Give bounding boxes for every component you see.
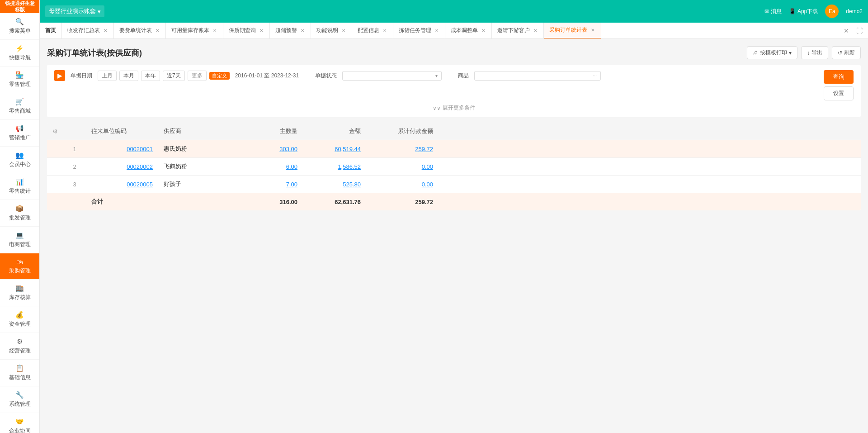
status-select[interactable]: ▾	[342, 71, 442, 81]
query-btn[interactable]: 查询	[824, 70, 854, 84]
shortcut-this-month[interactable]: 本月	[119, 71, 138, 81]
row-paid[interactable]: 259.72	[366, 140, 439, 158]
tab-yyxg[interactable]: 邀请下游客户✕	[492, 23, 544, 39]
sidebar-item-retailstat[interactable]: 📊零售统计	[0, 173, 39, 200]
workspace-dropdown[interactable]: 母婴行业演示账套 ▾	[45, 5, 104, 17]
sidebar-item-operations[interactable]: ⚙经营管理	[0, 333, 39, 360]
tab-bxqcx[interactable]: 保质期查询✕	[223, 23, 270, 39]
tab-label: 首页	[45, 27, 56, 34]
retailmall-icon: 🛒	[15, 98, 24, 106]
tab-close-phgl[interactable]: ✕	[434, 27, 439, 34]
sidebar-item-label: 经营管理	[9, 347, 31, 355]
filter-toggle-btn[interactable]: ▶	[54, 70, 65, 81]
print-label: 按模板打印	[760, 49, 787, 57]
workspace-label: 母婴行业演示账套	[49, 7, 96, 15]
sidebar-item-marketing[interactable]: 📢营销推广	[0, 120, 39, 147]
goods-select[interactable]: ···	[474, 71, 601, 81]
tab-cgddtjb[interactable]: 采购订单统计表✕	[544, 23, 601, 39]
tab-close-cbtz[interactable]: ✕	[481, 27, 486, 34]
sidebar-item-label: 库存核算	[9, 294, 31, 301]
tab-home[interactable]: 首页	[40, 23, 62, 39]
user-name[interactable]: demo2	[846, 8, 863, 14]
print-btn[interactable]: 🖨 按模板打印 ▾	[747, 46, 797, 59]
print-arrow-icon: ▾	[789, 50, 792, 56]
sidebar-item-members[interactable]: 👥会员中心	[0, 147, 39, 173]
sidebar-item-wholesale[interactable]: 📦批发管理	[0, 200, 39, 227]
row-code[interactable]: 00020005	[86, 176, 158, 193]
col-supplier-header: 供应商	[158, 123, 249, 140]
row-paid[interactable]: 0.00	[366, 158, 439, 176]
row-code[interactable]: 00020002	[86, 158, 158, 176]
tab-close-shf[interactable]: ✕	[103, 27, 108, 34]
row-amount[interactable]: 1,586.52	[303, 158, 366, 176]
row-empty	[439, 176, 861, 193]
message-btn[interactable]: ✉ 消息	[764, 8, 782, 15]
shortcut-7days[interactable]: 近7天	[163, 71, 185, 81]
expand-more-btn[interactable]: ∨∨ 展开更多条件	[433, 104, 475, 112]
sidebar-item-label: 会员中心	[9, 161, 31, 168]
tab-close-cgddtjb[interactable]: ✕	[590, 27, 595, 33]
tab-pzxx[interactable]: 配置信息✕	[352, 23, 393, 39]
sidebar-item-finance[interactable]: 💰资金管理	[0, 306, 39, 333]
table-header-row: ⚙ 往来单位编码 供应商 主数量 金额 累计付款金额	[47, 123, 861, 140]
sidebar-item-purchase[interactable]: 🛍采购管理	[0, 253, 39, 280]
sidebar-item-label: 搜索英单	[9, 27, 31, 35]
row-qty[interactable]: 303.00	[249, 140, 303, 158]
tab-cbtz[interactable]: 成本调整单✕	[445, 23, 492, 39]
sidebar-item-quicknav[interactable]: ⚡快捷导航	[0, 40, 39, 67]
row-qty[interactable]: 7.00	[249, 176, 303, 193]
user-avatar[interactable]: Ea	[825, 5, 839, 18]
topbar: 母婴行业演示账套 ▾ ✉ 消息 📱 App下载 Ea demo2	[40, 0, 868, 23]
tab-phgl[interactable]: 拣货任务管理✕	[393, 23, 445, 39]
sidebar-item-system[interactable]: 🔧系统管理	[0, 386, 39, 413]
table-settings-icon[interactable]: ⚙	[52, 128, 58, 135]
row-seq: 2	[63, 158, 86, 176]
col-empty-header	[439, 123, 861, 140]
sidebar-item-ecommerce[interactable]: 💻电商管理	[0, 227, 39, 253]
date-label: 单据日期	[71, 72, 92, 80]
tab-close-bxqcx[interactable]: ✕	[259, 27, 264, 34]
tab-shf[interactable]: 收发存汇总表✕	[62, 23, 114, 39]
tab-close-yghj[interactable]: ✕	[155, 27, 160, 34]
row-qty[interactable]: 6.00	[249, 158, 303, 176]
table-row: 3 00020005 好孩子 7.00 525.80 0.00	[47, 176, 861, 193]
shortcut-more[interactable]: 更多	[188, 71, 207, 81]
close-tab-btn[interactable]: ✕	[842, 26, 851, 35]
app-download-btn[interactable]: 📱 App下载	[789, 8, 818, 15]
tab-close-pzxx[interactable]: ✕	[382, 27, 387, 34]
row-amount[interactable]: 525.80	[303, 176, 366, 193]
settings-btn[interactable]: 设置	[824, 86, 854, 100]
sidebar-item-basic[interactable]: 📋基础信息	[0, 360, 39, 386]
sidebar-logo[interactable]: 畅捷通好生意 标版	[0, 0, 39, 13]
tab-ccy[interactable]: 超储预警✕	[270, 23, 311, 39]
sidebar-item-inventory[interactable]: 🏬库存核算	[0, 280, 39, 306]
tab-label: 收发存汇总表	[67, 27, 100, 34]
tab-close-gnms[interactable]: ✕	[341, 27, 346, 34]
tab-close-kylkzb[interactable]: ✕	[212, 27, 217, 34]
sidebar-item-retail[interactable]: 🏪零售管理	[0, 67, 39, 93]
sidebar-item-retailmall[interactable]: 🛒零售商城	[0, 93, 39, 120]
retail-icon: 🏪	[15, 71, 24, 79]
tab-close-ccy[interactable]: ✕	[300, 27, 305, 34]
sidebar-item-corp[interactable]: 🤝企业协同	[0, 413, 39, 433]
shortcut-last-month[interactable]: 上月	[98, 71, 117, 81]
tab-gnms[interactable]: 功能说明✕	[311, 23, 352, 39]
refresh-btn[interactable]: ↺ 刷新	[832, 46, 861, 59]
tab-kylkzb[interactable]: 可用量库存账本✕	[166, 23, 223, 39]
page-title: 采购订单统计表(按供应商)	[47, 48, 142, 58]
tab-yghj[interactable]: 要货单统计表✕	[114, 23, 166, 39]
row-amount[interactable]: 60,519.44	[303, 140, 366, 158]
sidebar-item-search[interactable]: 🔍搜索英单	[0, 13, 39, 40]
row-seq: 3	[63, 176, 86, 193]
sidebar-item-label: 零售商城	[9, 107, 31, 115]
refresh-icon: ↺	[838, 50, 842, 56]
status-label: 单据状态	[315, 72, 337, 80]
maximize-tab-btn[interactable]: ⛶	[854, 26, 864, 35]
row-paid[interactable]: 0.00	[366, 176, 439, 193]
col-paid-header: 累计付款金额	[366, 123, 439, 140]
export-btn[interactable]: ↓ 导出	[801, 46, 828, 59]
shortcut-this-year[interactable]: 本年	[141, 71, 160, 81]
tab-label: 超储预警	[275, 27, 297, 34]
tab-close-yyxg[interactable]: ✕	[533, 27, 538, 34]
row-code[interactable]: 00020001	[86, 140, 158, 158]
